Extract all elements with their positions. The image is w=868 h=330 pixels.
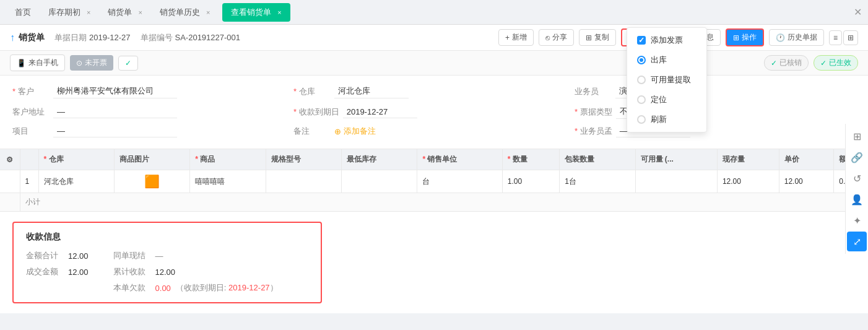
sidebar-icon-expand[interactable]: ⤢ <box>847 232 867 251</box>
tab-inventory-init[interactable]: 库存期初 × <box>40 0 99 24</box>
address-field: 客户地址 — <box>12 106 293 118</box>
product-table: ⚙ * 仓库 商品图片 * 商品 规格型号 最低库存 * 销售单位 * 数量 包… <box>0 149 868 212</box>
grid-view-btn[interactable]: ⊞ <box>843 30 858 45</box>
doc-number-field: 单据编号 SA-20191227-001 <box>141 32 241 43</box>
row-unit-price: 12.00 <box>779 170 834 193</box>
refresh-item[interactable]: 刷新 <box>627 110 706 129</box>
deal-amount-row: 成交金额 12.00 <box>26 266 89 277</box>
table-header-row: ⚙ * 仓库 商品图片 * 商品 规格型号 最低库存 * 销售单位 * 数量 包… <box>0 149 868 170</box>
row-quantity: 1.00 <box>502 170 559 193</box>
check-icon: ✓ <box>125 59 131 67</box>
history-icon: 🕐 <box>776 33 785 42</box>
payment-date-value[interactable]: 2019-12-27 <box>343 106 417 118</box>
col-product: * 商品 <box>190 149 266 170</box>
row-gear <box>0 170 20 193</box>
effect-badge: ✓ 已生效 <box>814 55 858 71</box>
col-pack-qty: 包装数量 <box>560 149 635 170</box>
doc-type-icon: ↑ <box>10 32 15 43</box>
copy-button[interactable]: ⊞ 复制 <box>579 29 616 46</box>
tab-query-sales-close[interactable]: × <box>277 9 281 16</box>
order-owed-row: 本单欠款 0.00 （收款到期日: 2019-12-27） <box>113 282 278 293</box>
customer-value[interactable]: 柳州粤港平安气体有限公司 <box>53 84 177 98</box>
sidebar-icon-4[interactable]: 👤 <box>847 189 867 209</box>
add-invoice-item[interactable]: ✓ 添加发票 <box>627 30 706 50</box>
cancel-badge: ✓ 已核销 <box>764 55 809 71</box>
share-button[interactable]: ⎋ 分享 <box>539 29 574 46</box>
tab-home[interactable]: 首页 <box>6 0 40 24</box>
available-qty-item[interactable]: 可用量提取 <box>627 70 706 90</box>
bottom-panel: 收款信息 金额合计 12.00 成交金额 12.00 同单现结 — 累计收款 <box>0 212 868 313</box>
row-product: 嘻嘻嘻嘻 <box>190 170 266 193</box>
col-gear: ⚙ <box>0 149 20 170</box>
col-min-stock: 最低库存 <box>342 149 417 170</box>
sidebar-icon-1[interactable]: ⊞ <box>847 126 867 146</box>
document-form: * 客户 柳州粤港平安气体有限公司 * 仓库 河北仓库 业务员 演示账号 客户地… <box>0 76 868 149</box>
subtotal-gear <box>0 193 20 212</box>
total-amount-row: 金额合计 12.00 <box>26 250 89 261</box>
form-row-1: * 客户 柳州粤港平安气体有限公司 * 仓库 河北仓库 业务员 演示账号 <box>12 84 856 98</box>
same-order-settle-row: 同单现结 — <box>113 250 278 261</box>
payment-date-field: * 收款到期日 2019-12-27 <box>293 106 575 118</box>
grid-icon: ⊞ <box>733 33 739 42</box>
warehouse-value[interactable]: 河北仓库 <box>334 84 409 98</box>
phone-icon: 📱 <box>17 59 26 67</box>
salesperson-field: * 业务员孟 — <box>575 125 856 137</box>
out-warehouse-item[interactable]: 出库 <box>627 50 706 70</box>
add-remark-button[interactable]: ⊕ 添加备注 <box>334 126 376 137</box>
document-meta: 单据日期 2019-12-27 单据编号 SA-20191227-001 <box>54 32 240 43</box>
list-view-btn[interactable]: ≡ <box>829 30 842 45</box>
row-product-img: 🟧 <box>114 170 189 193</box>
col-num <box>20 149 38 170</box>
check-icon-btn[interactable]: ✓ <box>118 56 138 71</box>
document-toolbar: 📱 来自手机 ⊙ 未开票 ✓ ✓ 已核销 ✓ 已生效 <box>0 51 868 76</box>
tab-sales-history[interactable]: 销货单历史 × <box>151 0 219 24</box>
table-row: 1 河北仓库 🟧 嘻嘻嘻嘻 台 1.00 1台 12.00 12.00 0. <box>0 170 868 193</box>
plus-icon: + <box>505 33 510 42</box>
payment-col-left: 金额合计 12.00 成交金额 12.00 <box>26 250 89 293</box>
operation-button[interactable]: ⊞ 操作 <box>726 28 764 46</box>
payment-rows: 金额合计 12.00 成交金额 12.00 同单现结 — 累计收款 12.00 <box>26 250 308 293</box>
row-spec <box>266 170 341 193</box>
radio-icon <box>637 56 646 64</box>
subtotal-row: 小计 <box>0 193 868 212</box>
ticket-type-field: * 票据类型 不开票 <box>575 105 856 119</box>
cumulative-payment-row: 累计收款 12.00 <box>113 266 278 277</box>
row-available <box>635 170 717 193</box>
col-quantity: * 数量 <box>502 149 559 170</box>
owed-hint: （收款到期日: 2019-12-27） <box>176 282 278 293</box>
row-current-stock: 12.00 <box>717 170 779 193</box>
right-sidebar-icons: ⊞ 🔗 ↺ 👤 ✦ ⤢ <box>845 124 868 254</box>
payment-col-right: 同单现结 — 累计收款 12.00 本单欠款 0.00 （收款到期日: 2019… <box>113 250 278 293</box>
tab-query-sales[interactable]: 查看销货单 × <box>222 3 290 22</box>
row-num: 1 <box>20 170 38 193</box>
sidebar-icon-2[interactable]: 🔗 <box>847 147 867 167</box>
payment-info-title: 收款信息 <box>26 232 308 243</box>
tab-sales-order-close[interactable]: × <box>138 9 142 16</box>
doc-date-field: 单据日期 2019-12-27 <box>54 32 131 43</box>
tab-inventory-init-close[interactable]: × <box>87 9 90 16</box>
col-spec: 规格型号 <box>266 149 341 170</box>
checkbox-icon: ✓ <box>637 36 646 45</box>
history-button[interactable]: 🕐 历史单据 <box>769 29 824 46</box>
radio-empty-icon-2 <box>637 95 646 104</box>
circle-icon: ⊙ <box>76 59 82 67</box>
radio-empty-icon-1 <box>637 76 646 84</box>
view-toggle: ≡ ⊞ <box>829 30 858 45</box>
tab-sales-history-close[interactable]: × <box>206 9 210 16</box>
new-button[interactable]: + 新增 <box>498 29 534 46</box>
document-header: ↑ 销货单 单据日期 2019-12-27 单据编号 SA-20191227-0… <box>0 25 868 51</box>
tab-sales-order[interactable]: 销货单 × <box>99 0 150 24</box>
row-min-stock <box>342 170 417 193</box>
sidebar-icon-5[interactable]: ✦ <box>847 211 867 230</box>
from-phone-button[interactable]: 📱 来自手机 <box>10 54 65 71</box>
locate-item[interactable]: 定位 <box>627 90 706 110</box>
sidebar-icon-3[interactable]: ↺ <box>847 168 867 188</box>
col-warehouse: * 仓库 <box>38 149 114 170</box>
window-close-button[interactable]: ✕ <box>854 6 862 18</box>
project-value: — <box>53 125 177 137</box>
row-warehouse: 河北仓库 <box>38 170 114 193</box>
payment-info-box: 收款信息 金额合计 12.00 成交金额 12.00 同单现结 — 累计收款 <box>12 222 322 303</box>
not-open-button[interactable]: ⊙ 未开票 <box>70 55 113 71</box>
form-row-3: 项目 — 备注 ⊕ 添加备注 * 业务员孟 — <box>12 125 856 137</box>
col-current-stock: 现存量 <box>717 149 779 170</box>
